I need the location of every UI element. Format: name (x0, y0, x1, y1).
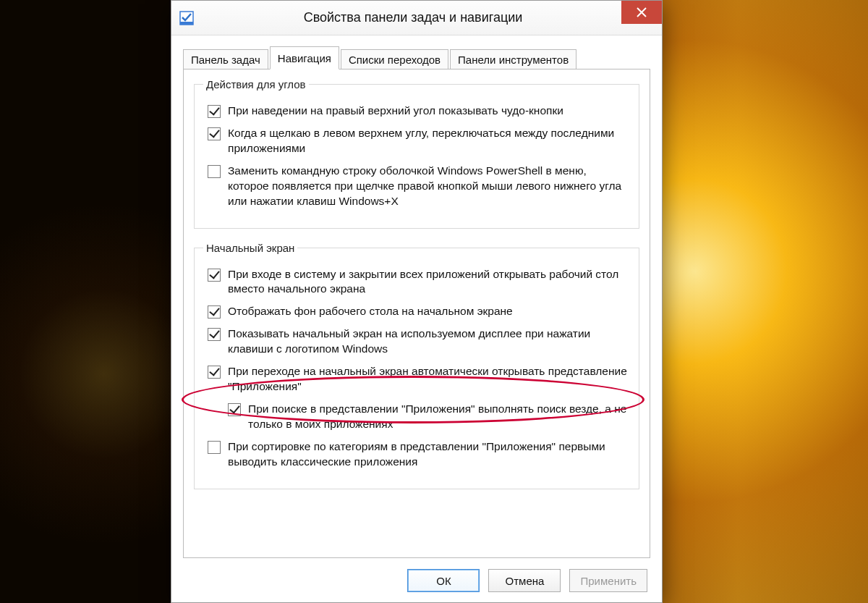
close-button[interactable] (621, 1, 662, 24)
properties-dialog: Свойства панели задач и навигации Панель… (171, 0, 663, 603)
group-corner-actions: Действия для углов При наведении на прав… (194, 78, 639, 229)
dialog-buttons: ОК Отмена Применить (407, 569, 647, 592)
option-label: При сортировке по категориям в представл… (228, 439, 630, 470)
checkbox-icon[interactable] (208, 305, 221, 319)
option-search-everywhere[interactable]: При поиске в представлении "Приложения" … (228, 402, 630, 432)
app-icon (179, 10, 195, 26)
tab-jumplists[interactable]: Списки переходов (341, 49, 448, 69)
checkbox-icon[interactable] (208, 328, 221, 341)
tabstrip: Панель задач Навигация Списки переходов … (183, 46, 650, 69)
checkbox-icon[interactable] (208, 127, 221, 140)
window-title: Свойства панели задач и навигации (200, 10, 662, 25)
option-start-on-display[interactable]: Показывать начальный экран на используем… (208, 326, 630, 357)
checkbox-icon[interactable] (208, 105, 221, 118)
svg-rect-1 (180, 22, 193, 25)
option-label: При переходе на начальный экран автомати… (228, 364, 630, 395)
option-label: При наведении на правый верхний угол пок… (228, 104, 630, 119)
option-charms[interactable]: При наведении на правый верхний угол пок… (208, 104, 630, 119)
group-start-screen-legend: Начальный экран (203, 242, 297, 254)
tab-navigation[interactable]: Навигация (270, 46, 339, 69)
option-switch-apps[interactable]: Когда я щелкаю в левом верхнем углу, пер… (208, 126, 630, 156)
option-label: При поиске в представлении "Приложения" … (248, 402, 630, 432)
client-area: Панель задач Навигация Списки переходов … (171, 35, 662, 558)
option-show-desktop-bg[interactable]: Отображать фон рабочего стола на начальн… (208, 304, 630, 319)
cancel-button[interactable]: Отмена (488, 569, 561, 592)
option-label: Когда я щелкаю в левом верхнем углу, пер… (228, 126, 630, 156)
option-label: Заменить командную строку оболочкой Wind… (228, 164, 630, 209)
checkbox-icon[interactable] (208, 269, 221, 282)
apply-button: Применить (569, 569, 647, 592)
checkbox-icon[interactable] (208, 165, 221, 178)
option-powershell[interactable]: Заменить командную строку оболочкой Wind… (208, 164, 630, 209)
tab-taskbar[interactable]: Панель задач (183, 49, 268, 69)
option-desktop-on-login[interactable]: При входе в систему и закрытии всех прил… (208, 267, 630, 298)
group-start-screen: Начальный экран При входе в систему и за… (194, 242, 639, 489)
tab-toolbars[interactable]: Панели инструментов (450, 49, 576, 69)
tabpage-navigation: Действия для углов При наведении на прав… (183, 69, 650, 558)
checkbox-icon[interactable] (208, 441, 221, 454)
checkbox-icon[interactable] (208, 366, 221, 379)
option-label: Отображать фон рабочего стола на начальн… (228, 304, 630, 319)
option-label: Показывать начальный экран на используем… (228, 326, 630, 357)
group-corner-actions-legend: Действия для углов (203, 78, 309, 90)
option-sort-classic[interactable]: При сортировке по категориям в представл… (208, 439, 630, 470)
option-open-apps-view[interactable]: При переходе на начальный экран автомати… (208, 364, 630, 395)
option-label: При входе в систему и закрытии всех прил… (228, 267, 630, 298)
titlebar[interactable]: Свойства панели задач и навигации (171, 1, 662, 35)
checkbox-icon[interactable] (228, 403, 241, 416)
ok-button[interactable]: ОК (407, 569, 480, 592)
